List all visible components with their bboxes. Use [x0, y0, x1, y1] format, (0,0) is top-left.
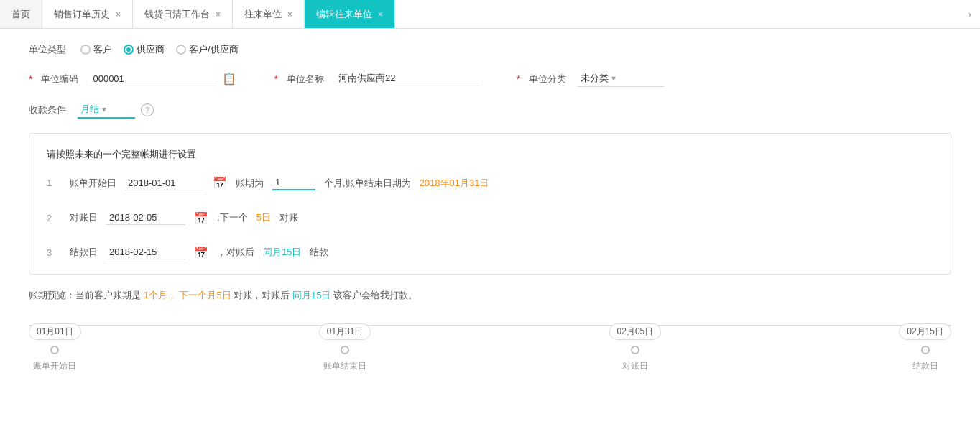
row-num-1: 1 — [47, 178, 61, 188]
unit-name-input[interactable] — [336, 72, 479, 86]
row-label-1: 账单开始日 — [70, 177, 116, 190]
radio-both[interactable]: 客户/供应商 — [176, 43, 239, 56]
unit-class-required: * — [517, 73, 520, 85]
suffix-end-3: 结款 — [310, 246, 328, 259]
setting-row-2: 2 对账日 📅 ,下一个 5日 对账 — [47, 211, 933, 225]
tab-sales-history[interactable]: 销售订单历史 × — [42, 0, 133, 28]
row-label-3: 结款日 — [70, 246, 98, 259]
suffix-text-2: ,下一个 — [217, 211, 248, 224]
preview-section: 账期预览：当前客户账期是 1个月， 下一个月5日 对账，对账后 同月15日 该客… — [29, 289, 951, 394]
timeline-point-1: 01月31日 账单结束日 — [319, 323, 371, 372]
unit-code-label: 单位编码 — [41, 73, 78, 86]
unit-class-label: 单位分类 — [529, 73, 566, 86]
radio-customer-label: 客户 — [93, 43, 112, 56]
tab-bar: 首页 销售订单历史 × 钱货日清工作台 × 往来单位 × 编辑往来单位 × › — [0, 0, 980, 29]
row-num-3: 3 — [47, 247, 61, 258]
tab-edit-partner[interactable]: 编辑往来单位 × — [305, 0, 395, 28]
point-date-2: 02月05日 — [609, 323, 662, 340]
end-date-highlight: 2018年01月31日 — [420, 177, 489, 190]
tab-home[interactable]: 首页 — [0, 0, 42, 28]
unit-type-row: 单位类型 客户 供应商 客户/供应商 — [29, 43, 951, 56]
main-content: 单位类型 客户 供应商 客户/供应商 * 单位编码 📋 * 单位名称 — [0, 29, 980, 437]
row-label-2: 对账日 — [70, 211, 98, 224]
radio-supplier-circle — [124, 45, 134, 55]
setting-row-1: 1 账单开始日 📅 账期为 个月,账单结束日期为 2018年01月31日 — [47, 175, 933, 190]
point-dot-0 — [50, 346, 59, 354]
unit-code-field: * 单位编码 📋 — [29, 72, 236, 86]
unit-class-select[interactable]: 未分类 ▾ — [578, 70, 664, 87]
tab-home-label: 首页 — [11, 8, 30, 21]
unit-class-arrow: ▾ — [611, 73, 616, 83]
payment-label: 收款条件 — [29, 104, 66, 116]
tab-edit-partner-close[interactable]: × — [378, 9, 383, 19]
tab-partner-label: 往来单位 — [244, 8, 282, 21]
unit-type-label: 单位类型 — [29, 43, 66, 56]
unit-class-value: 未分类 — [581, 72, 609, 85]
setting-rows: 1 账单开始日 📅 账期为 个月,账单结束日期为 2018年01月31日 2 对… — [47, 175, 933, 259]
cal-icon-2[interactable]: 📅 — [194, 211, 208, 225]
tab-sales-history-label: 销售订单历史 — [54, 8, 110, 21]
period-input[interactable] — [272, 175, 315, 190]
cal-icon-1[interactable]: 📅 — [213, 176, 227, 190]
tab-arrow[interactable]: › — [959, 8, 980, 21]
box-title: 请按照未来的一个完整帐期进行设置 — [47, 148, 933, 161]
suffix-end-2: 对账 — [279, 211, 298, 224]
radio-both-circle — [176, 45, 186, 55]
timeline-point-3: 02月15日 结款日 — [899, 323, 951, 372]
date-input-2[interactable] — [106, 211, 185, 225]
unit-name-label: 单位名称 — [287, 73, 324, 86]
radio-group: 客户 供应商 客户/供应商 — [80, 43, 239, 56]
point-dot-1 — [341, 346, 349, 354]
suffix-text-3: ，对账后 — [217, 246, 254, 259]
radio-supplier[interactable]: 供应商 — [124, 43, 165, 56]
unit-code-icon[interactable]: 📋 — [222, 72, 236, 86]
unit-name-field: * 单位名称 — [274, 72, 479, 86]
tab-cash-work[interactable]: 钱货日清工作台 × — [133, 0, 233, 28]
unit-class-field: * 单位分类 未分类 ▾ — [517, 70, 664, 87]
suffix-before-1: 账期为 — [236, 177, 264, 190]
tab-sales-history-close[interactable]: × — [116, 9, 121, 19]
suffix-after-1: 个月,账单结束日期为 — [324, 177, 411, 190]
radio-both-label: 客户/供应商 — [189, 43, 239, 56]
radio-customer-circle — [80, 45, 91, 55]
setting-row-3: 3 结款日 📅 ，对账后 同月15日 结款 — [47, 245, 933, 259]
preview-text: 账期预览：当前客户账期是 1个月， 下一个月5日 对账，对账后 同月15日 该客… — [29, 289, 951, 302]
tab-partner-close[interactable]: × — [287, 9, 292, 19]
unit-code-required: * — [29, 73, 32, 85]
day-highlight-2: 5日 — [256, 211, 271, 224]
point-date-1: 01月31日 — [319, 323, 371, 340]
radio-customer[interactable]: 客户 — [80, 43, 112, 56]
payment-value: 月结 — [80, 103, 99, 116]
point-label-2: 对账日 — [622, 360, 648, 372]
timeline-points: 01月01日 账单开始日 01月31日 账单结束日 02月05日 对账日 02月… — [29, 323, 951, 372]
preview-end: 同月15日 — [292, 290, 330, 300]
unit-code-input[interactable] — [90, 72, 216, 86]
point-label-3: 结款日 — [912, 360, 938, 372]
payment-row: 收款条件 月结 ▾ ? — [29, 101, 951, 119]
timeline-point-2: 02月05日 对账日 — [609, 323, 662, 372]
preview-day: 下一个月5日 — [179, 290, 231, 300]
point-label-0: 账单开始日 — [33, 360, 76, 372]
preview-suffix: 该客户会给我打款。 — [333, 290, 417, 300]
point-label-1: 账单结束日 — [323, 360, 366, 372]
unit-name-required: * — [274, 73, 277, 85]
timeline-point-0: 01月01日 账单开始日 — [29, 323, 81, 372]
date-input-3[interactable] — [106, 245, 185, 259]
date-input-1[interactable] — [125, 176, 204, 190]
box-section: 请按照未来的一个完整帐期进行设置 1 账单开始日 📅 账期为 个月,账单结束日期… — [29, 133, 951, 275]
preview-months: 1个月， — [144, 290, 177, 300]
tab-cash-work-close[interactable]: × — [216, 9, 221, 19]
help-icon[interactable]: ? — [141, 104, 154, 116]
point-date-3: 02月15日 — [899, 323, 951, 340]
preview-prefix: 账期预览：当前客户账期是 — [29, 290, 141, 300]
payment-arrow: ▾ — [102, 104, 106, 114]
payment-select[interactable]: 月结 ▾ — [78, 101, 135, 119]
day-highlight-3: 同月15日 — [263, 246, 301, 259]
cal-icon-3[interactable]: 📅 — [194, 246, 208, 259]
timeline: 01月01日 账单开始日 01月31日 账单结束日 02月05日 对账日 02月… — [29, 316, 951, 394]
tab-edit-partner-label: 编辑往来单位 — [316, 8, 372, 21]
tab-cash-work-label: 钱货日清工作台 — [144, 8, 210, 21]
row-num-2: 2 — [47, 213, 61, 224]
tab-partner[interactable]: 往来单位 × — [233, 0, 305, 28]
point-dot-2 — [631, 346, 639, 354]
